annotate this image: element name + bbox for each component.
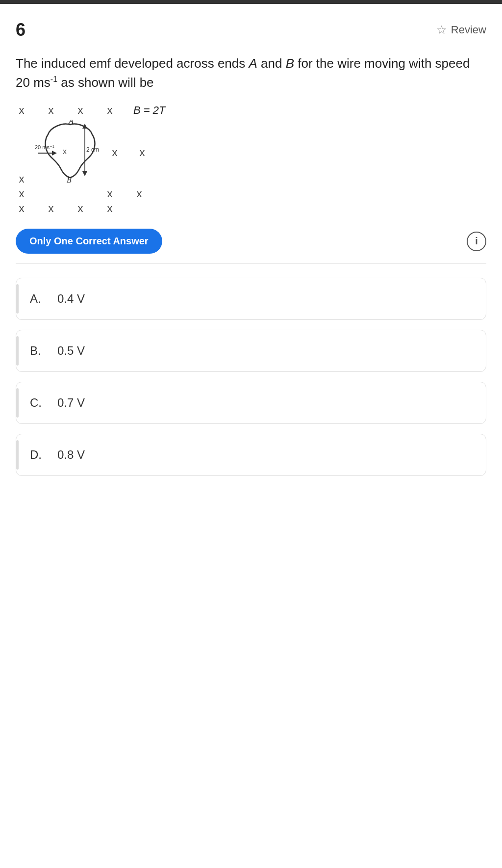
option-d-value: 0.8 V	[57, 448, 85, 462]
grid-x: x	[75, 202, 86, 215]
svg-text:x: x	[63, 147, 67, 156]
top-bar	[0, 0, 502, 4]
question-em-a: A	[249, 56, 257, 71]
option-c-letter: C.	[30, 396, 48, 410]
option-c-value: 0.7 V	[57, 396, 85, 410]
review-button[interactable]: ☆ Review	[436, 23, 486, 37]
grid-x: x	[16, 173, 27, 185]
svg-text:B: B	[67, 176, 72, 184]
svg-text:2 cm: 2 cm	[86, 146, 99, 153]
divider	[16, 263, 486, 264]
grid-x: x	[75, 104, 86, 117]
option-b-value: 0.5 V	[57, 344, 85, 358]
option-b-letter: B.	[30, 344, 48, 358]
grid-x: x	[16, 202, 27, 215]
diagram-row-4: x x x x	[16, 202, 486, 215]
question-text-part1: The induced emf developed across ends	[16, 56, 249, 71]
options-list: A. 0.4 V B. 0.5 V C. 0.7 V D. 0.8 V	[16, 278, 486, 476]
diagram-row-2: x A B 20 ms⁻¹	[16, 120, 486, 185]
question-text: The induced emf developed across ends A …	[16, 54, 486, 92]
option-c-bar	[16, 388, 19, 418]
option-c-card[interactable]: C. 0.7 V	[16, 382, 486, 424]
question-text-part2: and	[257, 56, 286, 71]
diagram-row-3: x x x	[16, 187, 486, 200]
review-label: Review	[451, 24, 486, 36]
wire-diagram: A B 20 ms⁻¹ 2 cm x	[33, 120, 107, 185]
question-number: 6	[16, 20, 25, 40]
option-a-bar	[16, 284, 19, 314]
b-field-label: B = 2T	[133, 104, 165, 117]
grid-x: x	[104, 202, 116, 215]
superscript: -1	[50, 75, 57, 83]
wire-svg: A B 20 ms⁻¹ 2 cm x	[33, 120, 107, 184]
star-icon: ☆	[436, 23, 447, 37]
option-a-letter: A.	[30, 292, 48, 306]
svg-text:A: A	[68, 120, 74, 125]
grid-x: x	[133, 187, 145, 200]
svg-marker-3	[52, 151, 57, 156]
badge-info-row: Only One Correct Answer i	[16, 229, 486, 254]
svg-marker-7	[82, 171, 87, 176]
option-b-card[interactable]: B. 0.5 V	[16, 330, 486, 372]
question-text-part4: as shown will be	[57, 75, 154, 90]
only-one-correct-answer-badge[interactable]: Only One Correct Answer	[16, 229, 162, 254]
option-b-bar	[16, 336, 19, 366]
svg-text:20 ms⁻¹: 20 ms⁻¹	[35, 144, 54, 150]
diagram-container: x x x x B = 2T x A B	[16, 104, 486, 215]
option-d-bar	[16, 440, 19, 470]
grid-x: x	[109, 146, 121, 159]
question-em-b: B	[286, 56, 294, 71]
diagram-row-1: x x x x B = 2T	[16, 104, 486, 117]
info-icon-label: i	[475, 236, 478, 247]
grid-x: x	[104, 187, 116, 200]
grid-x: x	[136, 146, 148, 159]
option-d-letter: D.	[30, 448, 48, 462]
grid-x: x	[45, 104, 57, 117]
page-container: 6 ☆ Review The induced emf developed acr…	[0, 4, 502, 505]
grid-x: x	[104, 104, 116, 117]
option-a-value: 0.4 V	[57, 292, 85, 306]
grid-x: x	[16, 104, 27, 117]
grid-x: x	[16, 187, 27, 200]
grid-x: x	[45, 202, 57, 215]
question-header: 6 ☆ Review	[16, 20, 486, 40]
info-icon-button[interactable]: i	[467, 232, 486, 251]
option-a-card[interactable]: A. 0.4 V	[16, 278, 486, 320]
option-d-card[interactable]: D. 0.8 V	[16, 434, 486, 476]
